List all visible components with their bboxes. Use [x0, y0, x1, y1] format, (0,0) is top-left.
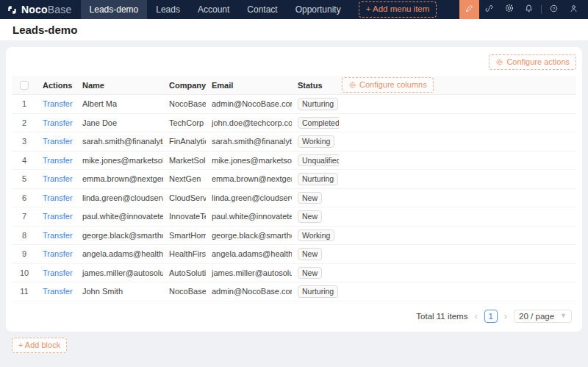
transfer-link[interactable]: Transfer [43, 174, 73, 183]
table-row: 11 Transfer John Smith NocoBase admin@No… [12, 282, 576, 302]
page-size-label: 20 / page [519, 312, 554, 321]
row-index: 8 [12, 226, 37, 245]
cell-name: george.black@smarthome.com [76, 226, 163, 245]
cell-email: sarah.smith@finanalytics.com [206, 132, 292, 152]
status-badge: Nurturing [298, 285, 338, 298]
transfer-link[interactable]: Transfer [43, 193, 73, 202]
cell-company: CloudServices [163, 188, 206, 207]
table-body: 1 Transfer Albert Ma NocoBase admin@Noco… [12, 95, 576, 302]
cell-email: paul.white@innovatetech.com [206, 207, 292, 227]
table-row: 2 Transfer Jane Doe TechCorp john.doe@te… [12, 113, 576, 132]
card-actions-row: Configure actions [12, 53, 576, 76]
table-row: 3 Transfer sarah.smith@finanalytics.com … [12, 132, 576, 152]
settings-button[interactable] [499, 0, 519, 19]
nav-item-account[interactable]: Account [189, 0, 238, 19]
api-link-button[interactable] [479, 0, 499, 19]
nav-item-opportunity[interactable]: Opportunity [287, 0, 350, 19]
transfer-link[interactable]: Transfer [43, 287, 73, 296]
column-header-email: Email [206, 76, 292, 95]
column-header-company: Company [163, 76, 206, 95]
ui-editor-button[interactable] [459, 0, 479, 19]
cell-name: Albert Ma [76, 95, 163, 114]
transfer-link[interactable]: Transfer [43, 118, 73, 127]
cell-email: linda.green@cloudservices.com [206, 188, 292, 207]
header-icons: ? [459, 0, 588, 19]
prev-page-icon[interactable]: ‹ [474, 311, 477, 321]
user-icon [569, 3, 578, 16]
configure-columns-label: Configure columns [359, 81, 427, 89]
user-menu-button[interactable] [564, 0, 584, 19]
cell-email: george.black@smarthome.com [206, 226, 292, 245]
status-badge: Working [298, 229, 334, 242]
next-page-icon[interactable]: › [504, 311, 507, 321]
status-badge: New [298, 210, 322, 223]
status-badge: Unqualified [298, 154, 339, 167]
transfer-link[interactable]: Transfer [43, 99, 73, 108]
table-row: 8 Transfer george.black@smarthome.com Sm… [12, 226, 576, 245]
page-number-1[interactable]: 1 [484, 310, 498, 323]
table-row: 1 Transfer Albert Ma NocoBase admin@Noco… [12, 95, 576, 114]
cell-email: angela.adams@healthfirst.com [206, 245, 292, 264]
configure-actions-label: Configure actions [506, 58, 570, 66]
cell-email: emma.brown@nextgen.com [206, 170, 292, 189]
bell-icon [524, 3, 534, 16]
page-size-select[interactable]: 20 / page ▼ [514, 310, 572, 323]
notifications-button[interactable] [519, 0, 539, 19]
logo-text: NocoBase [21, 4, 72, 15]
transfer-link[interactable]: Transfer [43, 231, 73, 240]
transfer-link[interactable]: Transfer [43, 249, 73, 258]
configure-columns-button[interactable]: Configure columns [342, 77, 434, 93]
cell-name: Jane Doe [76, 113, 163, 132]
page-title: Leads-demo [12, 24, 77, 36]
nocobase-logo[interactable]: NocoBase [0, 0, 81, 19]
cell-company: MarketSolutions [163, 151, 206, 170]
add-menu-item-button[interactable]: + Add menu item [359, 1, 437, 18]
add-block-button[interactable]: + Add block [12, 338, 67, 353]
cell-company: SmartHome [163, 226, 206, 245]
row-index: 5 [12, 170, 37, 189]
cell-company: InnovateTech [163, 207, 206, 227]
cell-company: HealthFirst [163, 245, 206, 264]
leads-table: Actions Name Company Email Status Config… [12, 76, 576, 302]
main-nav: Leads-demoLeadsAccountContactOpportunity [81, 0, 350, 19]
cell-company: NextGen [163, 170, 206, 189]
cell-email: mike.jones@marketsolutions.com [206, 151, 292, 170]
table-row: 10 Transfer james.miller@autosolutions.c… [12, 263, 576, 282]
content-area: Configure actions Actions Name Company E… [0, 41, 588, 365]
column-header-status: Status [292, 76, 339, 95]
transfer-link[interactable]: Transfer [43, 156, 73, 165]
nav-item-leads[interactable]: Leads [147, 0, 189, 19]
question-icon: ? [549, 3, 559, 16]
cell-name: John Smith [76, 282, 163, 302]
row-index: 4 [12, 151, 37, 170]
row-index: 1 [12, 95, 37, 114]
cell-name: james.miller@autosolutions.com [76, 263, 163, 282]
table-row: 9 Transfer angela.adams@healthfirst.com … [12, 245, 576, 264]
transfer-link[interactable]: Transfer [43, 137, 73, 146]
table-header-row: Actions Name Company Email Status Config… [12, 76, 576, 95]
gear-icon [495, 58, 503, 66]
cell-email: james.miller@autosolutions.com [206, 263, 292, 282]
status-badge: New [298, 192, 322, 204]
table-row: 7 Transfer paul.white@innovatetech.com I… [12, 207, 576, 227]
transfer-link[interactable]: Transfer [43, 268, 73, 277]
table-row: 5 Transfer emma.brown@nextgen.com NextGe… [12, 170, 576, 189]
row-index: 10 [12, 263, 37, 282]
configure-actions-button[interactable]: Configure actions [489, 54, 576, 70]
status-badge: Nurturing [298, 173, 338, 185]
row-index: 2 [12, 113, 37, 132]
cell-name: sarah.smith@finanalytics.com [76, 132, 163, 152]
help-button[interactable]: ? [544, 0, 564, 19]
transfer-link[interactable]: Transfer [43, 212, 73, 221]
status-badge: New [298, 267, 322, 279]
highlighter-icon [465, 3, 474, 16]
add-block-row: + Add block [6, 332, 582, 359]
table-row: 6 Transfer linda.green@cloudservices.com… [12, 188, 576, 207]
select-all-checkbox[interactable] [20, 81, 29, 90]
nav-item-contact[interactable]: Contact [238, 0, 286, 19]
pagination-total: Total 11 items [416, 312, 467, 321]
nav-item-leads-demo[interactable]: Leads-demo [81, 0, 148, 19]
status-badge: Completed [298, 117, 339, 129]
table-block-card: Configure actions Actions Name Company E… [6, 47, 582, 332]
table-row: 4 Transfer mike.jones@marketsolutions.co… [12, 151, 576, 170]
